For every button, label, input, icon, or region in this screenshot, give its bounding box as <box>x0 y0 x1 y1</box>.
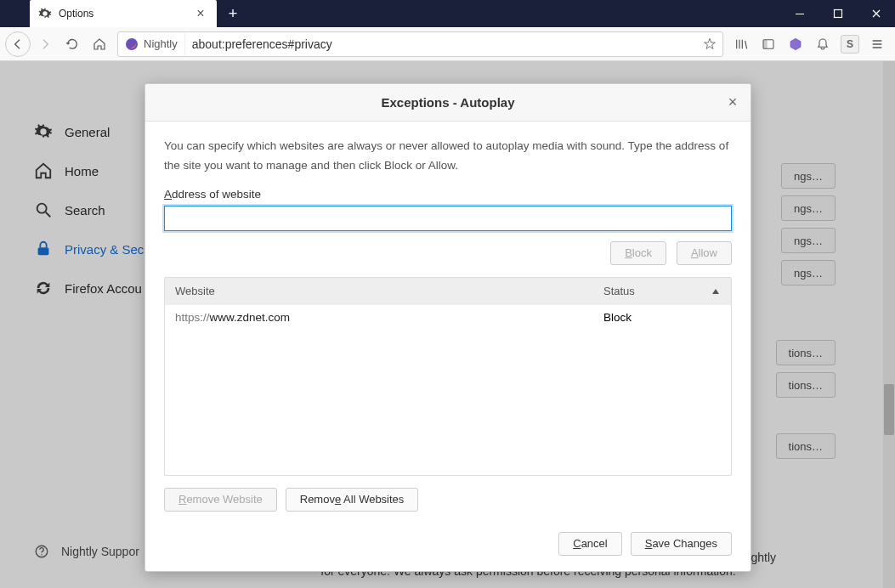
cube-icon[interactable] <box>783 31 808 57</box>
address-label: Address of website <box>164 188 732 201</box>
forward-button <box>32 31 58 57</box>
app-menu-button[interactable] <box>864 31 890 57</box>
save-changes-button[interactable]: Save Changes <box>631 532 732 556</box>
dialog-header: Exceptions - Autoplay × <box>145 84 751 122</box>
profile-button[interactable]: S <box>841 35 859 54</box>
maximize-button[interactable] <box>819 0 857 27</box>
sort-caret-icon <box>712 289 719 294</box>
notifications-button[interactable] <box>810 31 836 57</box>
svg-rect-0 <box>796 14 804 14</box>
allow-button: Allow <box>677 241 732 265</box>
dialog-description: You can specify which websites are alway… <box>164 137 732 176</box>
home-button[interactable] <box>87 31 112 57</box>
close-window-button[interactable] <box>857 0 895 27</box>
exceptions-table: Website Status https://www.zdnet.com Blo… <box>164 277 732 476</box>
svg-rect-4 <box>763 39 768 48</box>
library-button[interactable] <box>728 31 754 57</box>
table-row[interactable]: https://www.zdnet.com Block <box>165 305 731 331</box>
url-text: about:preferences#privacy <box>185 37 697 51</box>
tab-strip: Options × + <box>0 0 246 27</box>
reload-button[interactable] <box>59 31 85 57</box>
browser-tab[interactable]: Options × <box>30 0 217 27</box>
back-button[interactable] <box>5 31 31 57</box>
svg-rect-1 <box>834 10 841 18</box>
table-body: https://www.zdnet.com Block <box>165 305 731 475</box>
col-status[interactable]: Status <box>595 285 731 297</box>
identity-box[interactable]: Nightly <box>118 32 185 56</box>
block-button: Block <box>610 241 666 265</box>
dialog-close-button[interactable]: × <box>723 93 742 111</box>
firefox-icon <box>125 37 139 51</box>
sidebar-toggle-button[interactable] <box>756 31 781 57</box>
window-titlebar: Options × + <box>0 0 895 27</box>
col-website[interactable]: Website <box>165 285 595 297</box>
dialog-title: Exceptions - Autoplay <box>382 95 515 110</box>
navigation-toolbar: Nightly about:preferences#privacy S <box>0 27 895 61</box>
remove-website-button: Remove Website <box>164 488 277 512</box>
table-header: Website Status <box>165 278 731 305</box>
gear-icon <box>38 7 52 20</box>
address-input[interactable] <box>164 206 732 231</box>
minimize-button[interactable] <box>780 0 819 27</box>
bookmark-star-button[interactable] <box>697 37 722 51</box>
tab-title: Options <box>59 8 193 20</box>
tab-close-button[interactable]: × <box>193 6 208 21</box>
window-controls <box>780 0 895 27</box>
remove-all-websites-button[interactable]: Remove All Websites <box>286 488 419 512</box>
identity-label: Nightly <box>144 37 178 50</box>
url-bar[interactable]: Nightly about:preferences#privacy <box>117 31 723 57</box>
cancel-button[interactable]: Cancel <box>558 532 621 556</box>
exceptions-dialog: Exceptions - Autoplay × You can specify … <box>144 83 751 572</box>
new-tab-button[interactable]: + <box>220 0 246 27</box>
